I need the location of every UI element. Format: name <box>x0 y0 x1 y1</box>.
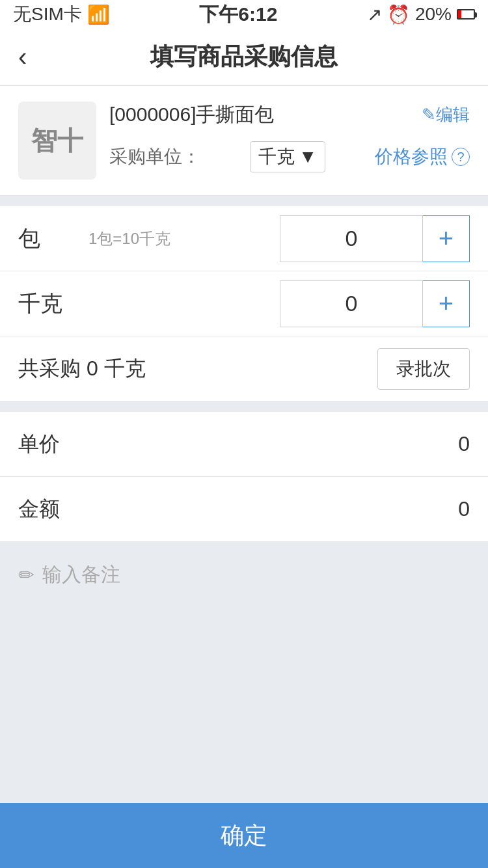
price-value: 0 <box>458 432 470 456</box>
edit-button[interactable]: ✎编辑 <box>422 103 470 126</box>
battery-text: 20% <box>415 4 452 25</box>
section-divider-2 <box>0 401 488 412</box>
kg-qty-input[interactable] <box>280 280 423 327</box>
summary-amount: 0 <box>87 357 98 380</box>
unit-label: 采购单位： <box>109 144 200 169</box>
status-right: ↗ ⏰ 20% <box>367 4 475 25</box>
location-icon: ↗ <box>367 4 382 25</box>
kg-label: 千克 <box>18 289 83 319</box>
time-display: 下午6:12 <box>199 1 277 28</box>
summary-unit: 千克 <box>104 357 146 380</box>
input-section: 包 1包=10千克 + 千克 + 共采购 0 千克 录批次 <box>0 206 488 401</box>
amount-label: 金额 <box>18 495 60 524</box>
carrier-text: 无SIM卡 <box>13 2 82 27</box>
package-plus-button[interactable]: + <box>423 215 470 262</box>
product-image-text: 智十 <box>31 125 83 156</box>
section-divider-1 <box>0 196 488 206</box>
price-ref-button[interactable]: 价格参照 ? <box>375 144 470 169</box>
package-label: 包 <box>18 224 83 254</box>
summary-text: 共采购 0 千克 <box>18 355 146 383</box>
package-input-right: + <box>280 215 470 262</box>
battery-icon <box>457 9 475 20</box>
confirm-button[interactable]: 确定 <box>0 803 488 868</box>
price-amount-section: 单价 0 金额 0 <box>0 412 488 542</box>
kg-input-row: 千克 + <box>0 271 488 336</box>
unit-value: 千克 <box>258 144 295 169</box>
product-image: 智十 <box>18 102 96 180</box>
price-label: 单价 <box>18 430 60 459</box>
product-name: [0000006]手撕面包 <box>109 102 274 128</box>
status-left: 无SIM卡 📶 <box>13 2 110 27</box>
price-row: 单价 0 <box>0 412 488 477</box>
wifi-icon: 📶 <box>87 4 110 25</box>
package-qty-input[interactable] <box>280 215 423 262</box>
kg-input-right: + <box>280 280 470 327</box>
notes-section[interactable]: ✏ 输入备注 <box>0 542 488 607</box>
dropdown-arrow-icon: ▼ <box>299 146 317 167</box>
kg-plus-button[interactable]: + <box>423 280 470 327</box>
alarm-icon: ⏰ <box>387 4 410 25</box>
page-title: 填写商品采购信息 <box>150 41 338 73</box>
unit-row: 采购单位： 千克 ▼ 价格参照 ? <box>109 141 470 172</box>
record-batch-button[interactable]: 录批次 <box>377 348 470 390</box>
amount-value: 0 <box>458 497 470 521</box>
notes-placeholder: 输入备注 <box>42 562 120 588</box>
product-card: 智十 [0000006]手撕面包 ✎编辑 采购单位： 千克 ▼ 价格参照 ? <box>0 86 488 196</box>
pencil-icon: ✏ <box>18 563 34 586</box>
amount-row: 金额 0 <box>0 477 488 542</box>
back-button[interactable]: ‹ <box>18 42 27 72</box>
help-icon: ? <box>452 148 470 166</box>
empty-space <box>0 607 488 802</box>
status-bar: 无SIM卡 📶 下午6:12 ↗ ⏰ 20% <box>0 0 488 29</box>
product-name-row: [0000006]手撕面包 ✎编辑 <box>109 102 470 128</box>
summary-row: 共采购 0 千克 录批次 <box>0 336 488 401</box>
package-input-row: 包 1包=10千克 + <box>0 206 488 271</box>
price-ref-label: 价格参照 <box>375 144 448 169</box>
nav-bar: ‹ 填写商品采购信息 <box>0 29 488 86</box>
product-info: [0000006]手撕面包 ✎编辑 采购单位： 千克 ▼ 价格参照 ? <box>109 102 470 172</box>
package-sublabel: 1包=10千克 <box>88 228 170 249</box>
unit-select[interactable]: 千克 ▼ <box>250 141 325 172</box>
